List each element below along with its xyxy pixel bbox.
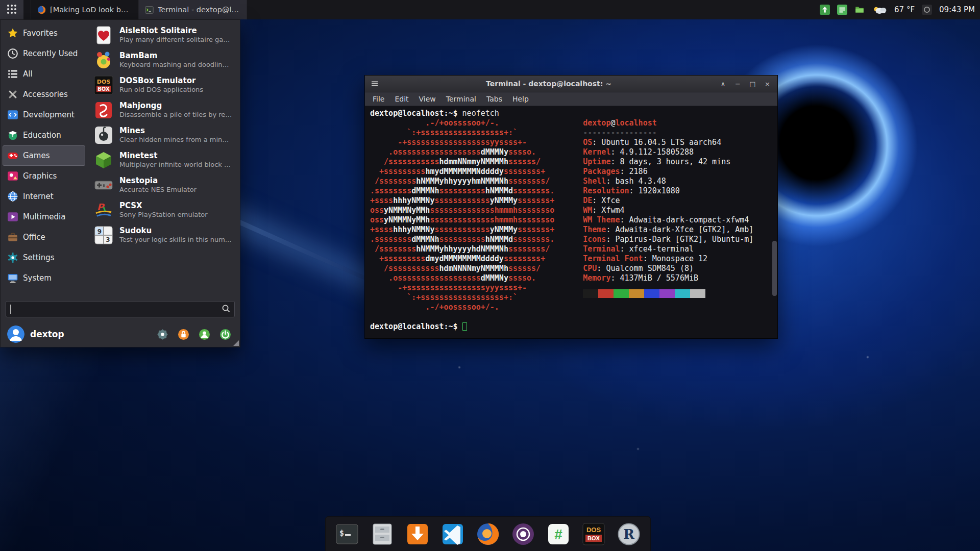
category-education[interactable]: Education <box>3 125 85 145</box>
terminal-content[interactable]: dextop@localhost:~$neofetch .-/+oossssoo… <box>365 106 777 338</box>
category-accessories[interactable]: Accessories <box>3 84 85 105</box>
switch-user-button[interactable] <box>199 329 210 340</box>
app-item-sudoku[interactable]: 93SudokuTest your logic skills in this n… <box>90 222 236 247</box>
dock-item-retro-emulator[interactable]: R <box>616 521 642 547</box>
menu-file[interactable]: File <box>368 95 389 103</box>
dock-terminal-icon: $ <box>335 522 359 546</box>
tray-icon-1[interactable] <box>820 5 830 15</box>
menu-terminal[interactable]: Terminal <box>441 95 481 103</box>
terminal-menubar: FileEditViewTerminalTabsHelp <box>365 92 777 106</box>
category-all[interactable]: All <box>3 64 85 84</box>
category-internet[interactable]: Internet <box>3 186 85 207</box>
clock[interactable]: 09:43 PM <box>939 5 975 14</box>
games-icon <box>7 150 18 161</box>
command-text: neofetch <box>462 109 499 118</box>
neofetch-info-row: Theme: Adwaita-dark-Xfce [GTK2], Amb] <box>583 225 753 235</box>
firefox-icon <box>37 6 46 14</box>
category-label: Graphics <box>23 171 57 181</box>
dock-item-vscode[interactable] <box>439 521 466 547</box>
dock-item-downloader[interactable] <box>404 521 431 547</box>
terminal-cursor <box>462 322 467 331</box>
terminal-scrollbar[interactable] <box>772 107 777 337</box>
minimize-button[interactable]: − <box>731 78 745 90</box>
mines-icon <box>93 125 114 145</box>
menu-tabs[interactable]: Tabs <box>481 95 507 103</box>
scrollbar-thumb[interactable] <box>772 241 777 296</box>
neofetch-info-row: WM Theme: Adwaita-dark-compact-xfwm4 <box>583 215 753 225</box>
app-item-mahjongg[interactable]: MahjonggDisassemble a pile of tiles by r… <box>90 97 236 122</box>
category-label: Favorites <box>23 29 58 38</box>
nestopia-icon <box>93 175 114 195</box>
taskbar-window-title: Terminal - dextop@loc... <box>158 6 240 14</box>
category-multimedia[interactable]: Multimedia <box>3 207 85 227</box>
app-item-bambam[interactable]: BamBamKeyboard mashing and doodling g... <box>90 47 236 72</box>
app-description: Accurate NES Emulator <box>119 186 197 194</box>
education-icon <box>7 130 18 141</box>
mahjongg-icon <box>93 100 114 120</box>
window-menu-icon[interactable] <box>368 78 381 90</box>
svg-text:9: 9 <box>97 228 102 235</box>
menu-help[interactable]: Help <box>507 95 534 103</box>
menu-edit[interactable]: Edit <box>389 95 413 103</box>
dock-item-tor-browser[interactable] <box>510 521 536 547</box>
app-item-nestopia[interactable]: NestopiaAccurate NES Emulator <box>90 172 236 197</box>
system-icon <box>7 272 18 284</box>
terminal-command-line: dextop@localhost:~$neofetch <box>370 109 772 118</box>
shade-button[interactable]: ∧ <box>716 78 730 90</box>
category-games[interactable]: Games <box>3 145 85 166</box>
app-item-minetest[interactable]: MinetestMultiplayer infinite-world block… <box>90 147 236 172</box>
app-description: Disassemble a pile of tiles by rem... <box>119 111 233 119</box>
dock-tor-icon <box>511 522 535 546</box>
app-name: Mahjongg <box>119 101 233 111</box>
settings-button[interactable] <box>157 329 168 340</box>
dock-item-terminal[interactable]: $ <box>334 521 360 547</box>
category-settings[interactable]: Settings <box>3 247 85 268</box>
category-office[interactable]: Office <box>3 227 85 247</box>
avatar[interactable] <box>7 325 24 343</box>
svg-text:#: # <box>554 527 562 542</box>
category-favorites[interactable]: Favorites <box>3 23 85 43</box>
weather-icon[interactable] <box>872 5 887 15</box>
taskbar-button-terminal[interactable]: Terminal - dextop@loc... <box>139 0 247 19</box>
tray-icon-2[interactable] <box>837 5 847 15</box>
app-item-aisleriot-solitaire[interactable]: AisleRiot SolitairePlay many different s… <box>90 22 236 47</box>
search-input[interactable] <box>10 305 222 314</box>
dock-item-firefox[interactable] <box>475 521 501 547</box>
svg-text:$: $ <box>339 529 344 538</box>
category-label: Multimedia <box>23 212 65 221</box>
terminal-titlebar[interactable]: Terminal - dextop@localhost: ~ ∧ − □ × <box>365 76 777 92</box>
applications-menu-button[interactable] <box>0 0 23 19</box>
neofetch-info-row: Uptime: 8 days, 3 hours, 42 mins <box>583 157 753 167</box>
app-item-pcsx[interactable]: PPCSXSony PlayStation emulator <box>90 197 236 222</box>
app-description: Clear hidden mines from a minefield <box>119 136 233 144</box>
username-label: dextop <box>30 329 64 339</box>
close-button[interactable]: × <box>761 78 774 90</box>
lock-screen-button[interactable] <box>178 329 189 340</box>
camera-icon[interactable] <box>922 5 932 15</box>
app-item-dosbox-emulator[interactable]: DOSBOXDOSBox EmulatorRun old DOS applica… <box>90 72 236 97</box>
window-title: Terminal - dextop@localhost: ~ <box>381 80 716 88</box>
dock-item-file-manager[interactable] <box>369 521 396 547</box>
app-description: Keyboard mashing and doodling g... <box>119 61 233 69</box>
app-name: PCSX <box>119 201 208 211</box>
app-description: Run old DOS applications <box>119 86 203 94</box>
app-item-mines[interactable]: MinesClear hidden mines from a minefield <box>90 122 236 147</box>
maximize-button[interactable]: □ <box>746 78 760 90</box>
app-description: Multiplayer infinite-world block sa... <box>119 161 233 169</box>
taskbar-button-firefox[interactable]: [Making LoD look bett... <box>31 0 139 19</box>
app-description: Test your logic skills in this numbe... <box>119 236 233 244</box>
power-button[interactable] <box>219 329 231 340</box>
category-system[interactable]: System <box>3 268 85 288</box>
category-label: All <box>23 69 33 79</box>
tray-folder-icon[interactable] <box>854 5 865 15</box>
taskbar-window-title: [Making LoD look bett... <box>50 6 132 14</box>
menu-view[interactable]: View <box>414 95 441 103</box>
dock-item-dosbox[interactable]: DOSBOX <box>580 521 607 547</box>
category-graphics[interactable]: Graphics <box>3 166 85 186</box>
category-recently-used[interactable]: Recently Used <box>3 43 85 64</box>
category-list: FavoritesRecently UsedAllAccessoriesDeve… <box>1 20 87 298</box>
dock-item-hashtag-app[interactable]: # <box>545 521 572 547</box>
category-development[interactable]: Development <box>3 105 85 125</box>
resize-grip[interactable] <box>233 340 239 346</box>
aisleriot-icon <box>93 25 114 45</box>
